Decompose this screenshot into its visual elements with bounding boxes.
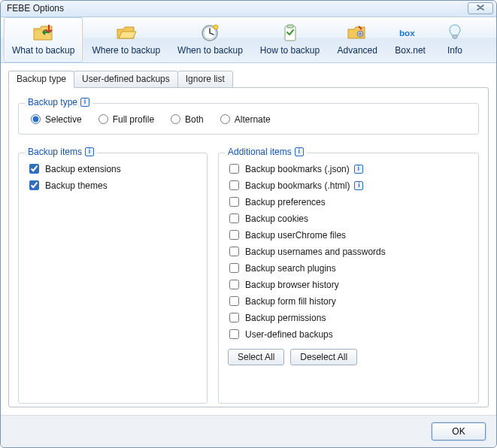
check-backup-userchrome-files[interactable]: Backup userChrome files xyxy=(229,230,468,241)
clock-icon xyxy=(198,23,221,44)
folder-open-icon xyxy=(115,23,138,44)
checkbox-label: Backup userChrome files xyxy=(245,230,346,241)
radio-input[interactable] xyxy=(171,114,180,124)
info-icon[interactable]: i xyxy=(354,165,363,174)
legend-backup-items: Backup items i xyxy=(25,147,97,157)
fieldset-additional-items: Additional items i Backup bookmarks (.js… xyxy=(218,153,479,404)
lightbulb-icon xyxy=(444,23,466,44)
checkbox-input[interactable] xyxy=(229,180,239,190)
checkbox-input[interactable] xyxy=(229,230,239,240)
button-row: Select All Deselect All xyxy=(228,349,469,365)
check-backup-cookies[interactable]: Backup cookies xyxy=(229,213,468,224)
checkbox-input[interactable] xyxy=(229,329,239,339)
toolbar-label: What to backup xyxy=(12,45,74,56)
check-backup-preferences[interactable]: Backup preferences xyxy=(229,197,468,207)
check-backup-browser-history[interactable]: Backup browser history xyxy=(229,280,468,290)
toolbar-info[interactable]: Info xyxy=(435,17,475,62)
check-user-defined-backups[interactable]: User-defined backups xyxy=(229,329,468,340)
checkbox-input[interactable] xyxy=(229,313,239,322)
radio-label: Selective xyxy=(45,114,82,125)
checkbox-label: Backup extensions xyxy=(45,164,121,174)
checkbox-label: Backup bookmarks (.json) xyxy=(245,164,350,174)
toolbar-where-to-backup[interactable]: Where to backup xyxy=(83,17,168,62)
radio-label: Both xyxy=(185,114,204,125)
radio-alternate[interactable]: Alternate xyxy=(220,114,271,125)
toolbar-label: Advanced xyxy=(338,45,377,56)
checklist-additional-items: Backup bookmarks (.json)i Backup bookmar… xyxy=(228,161,469,343)
info-icon[interactable]: i xyxy=(85,147,94,156)
check-backup-extensions[interactable]: Backup extensions xyxy=(29,164,196,174)
checklist-backup-items: Backup extensions Backup themes xyxy=(28,161,198,194)
toolbar-label: Info xyxy=(447,45,462,56)
checkbox-input[interactable] xyxy=(229,247,239,256)
close-icon xyxy=(476,4,485,13)
check-backup-permissions[interactable]: Backup permissions xyxy=(229,313,468,323)
legend-label: Backup items xyxy=(28,147,82,157)
ok-button[interactable]: OK xyxy=(432,422,486,440)
check-backup-search-plugins[interactable]: Backup search plugins xyxy=(229,263,468,274)
toolbar-label: Where to backup xyxy=(92,45,160,56)
radio-input[interactable] xyxy=(98,114,108,124)
svg-rect-9 xyxy=(453,38,456,39)
close-button[interactable] xyxy=(468,2,493,14)
tab-label: User-defined backups xyxy=(82,74,170,84)
checkbox-label: Backup preferences xyxy=(245,197,326,207)
checkbox-input[interactable] xyxy=(229,213,239,223)
check-backup-form-fill-history[interactable]: Backup form fill history xyxy=(229,296,468,307)
checkbox-input[interactable] xyxy=(29,164,39,174)
checkbox-label: User-defined backups xyxy=(245,329,333,340)
tab-label: Ignore list xyxy=(186,74,225,84)
radio-full-profile[interactable]: Full profile xyxy=(98,114,154,125)
toolbar-label: When to backup xyxy=(177,45,243,56)
folder-gear-icon xyxy=(346,23,368,44)
window: FEBE Options What to backup xyxy=(0,0,497,448)
legend-additional-items: Additional items i xyxy=(225,147,307,157)
columns: Backup items i Backup extensions Backup … xyxy=(18,145,479,396)
radio-label: Full profile xyxy=(113,114,154,125)
checkbox-input[interactable] xyxy=(229,164,239,174)
checkbox-input[interactable] xyxy=(229,197,239,207)
toolbar-advanced[interactable]: Advanced xyxy=(329,17,386,62)
dialog-footer: OK xyxy=(1,415,496,447)
deselect-all-button[interactable]: Deselect All xyxy=(290,349,357,365)
radio-input[interactable] xyxy=(31,114,41,124)
check-backup-bookmarks-html[interactable]: Backup bookmarks (.html)i xyxy=(229,180,468,191)
toolbar-label: How to backup xyxy=(260,45,320,56)
checkbox-input[interactable] xyxy=(29,180,39,190)
tab-panel-backup-type: Backup type i Selective Full profile Bot… xyxy=(8,87,489,407)
fieldset-backup-items: Backup items i Backup extensions Backup … xyxy=(18,153,208,404)
info-icon[interactable]: i xyxy=(295,147,304,156)
svg-rect-8 xyxy=(453,35,457,38)
toolbar-what-to-backup[interactable]: What to backup xyxy=(4,17,83,62)
legend-label: Additional items xyxy=(228,147,292,157)
radio-label: Alternate xyxy=(235,114,271,125)
checkbox-input[interactable] xyxy=(229,296,239,306)
checkbox-input[interactable] xyxy=(229,263,239,273)
folder-arrow-icon xyxy=(32,23,55,44)
toolbar-how-to-backup[interactable]: How to backup xyxy=(252,17,328,62)
toolbar-when-to-backup[interactable]: When to backup xyxy=(169,17,251,62)
radio-both[interactable]: Both xyxy=(171,114,204,125)
tab-user-defined-backups[interactable]: User-defined backups xyxy=(74,71,178,88)
check-backup-usernames-passwords[interactable]: Backup usernames and passwords xyxy=(229,247,468,257)
checkbox-label: Backup browser history xyxy=(245,280,339,290)
checkbox-input[interactable] xyxy=(229,280,239,289)
checkbox-label: Backup search plugins xyxy=(245,263,336,274)
tab-ignore-list[interactable]: Ignore list xyxy=(177,71,233,88)
checkbox-label: Backup bookmarks (.html) xyxy=(245,180,350,191)
toolbar-boxnet[interactable]: box Box.net xyxy=(386,17,434,62)
select-all-button[interactable]: Select All xyxy=(228,349,284,365)
check-backup-themes[interactable]: Backup themes xyxy=(29,180,196,191)
tab-backup-type[interactable]: Backup type xyxy=(8,71,74,88)
radio-selective[interactable]: Selective xyxy=(31,114,82,125)
titlebar: FEBE Options xyxy=(1,1,496,17)
info-icon[interactable]: i xyxy=(80,98,89,107)
clipboard-check-icon xyxy=(279,23,302,44)
fieldset-backup-type: Backup type i Selective Full profile Bot… xyxy=(18,103,479,135)
checkbox-label: Backup form fill history xyxy=(245,296,336,307)
legend-backup-type: Backup type i xyxy=(25,97,92,107)
radio-input[interactable] xyxy=(220,114,230,124)
info-icon[interactable]: i xyxy=(354,181,363,190)
check-backup-bookmarks-json[interactable]: Backup bookmarks (.json)i xyxy=(229,164,468,174)
svg-rect-4 xyxy=(287,25,293,28)
